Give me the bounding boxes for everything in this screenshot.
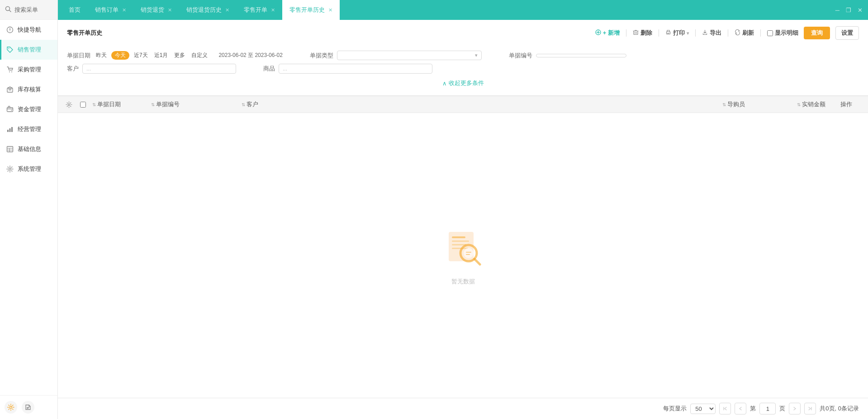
sidebar-search[interactable]: 搜索采单: [0, 0, 57, 20]
collapse-filter-btn[interactable]: ∧ 收起更多条件: [67, 77, 859, 91]
refresh-icon: [735, 29, 740, 37]
col-header-number[interactable]: ⇅ 单据编号: [148, 100, 239, 108]
col-header-amount[interactable]: ⇅ 实销金额: [774, 100, 828, 108]
export-label: 导出: [710, 29, 721, 37]
tab-sales-order-close[interactable]: ✕: [122, 7, 126, 13]
delete-icon: [633, 29, 639, 37]
sidebar-item-quick-nav[interactable]: 快捷导航: [0, 20, 57, 40]
sidebar-item-finance[interactable]: 资金管理: [0, 99, 57, 119]
tab-sales-return-history[interactable]: 销货退货历史 ✕: [179, 0, 237, 20]
sidebar-item-label: 系统管理: [18, 165, 41, 173]
sidebar-search-label: 搜索采单: [14, 6, 38, 14]
svg-point-7: [11, 71, 12, 72]
sidebar-item-operations[interactable]: 经营管理: [0, 119, 57, 139]
col-header-date[interactable]: ⇅ 单据日期: [90, 100, 148, 108]
sidebar-item-label: 经营管理: [18, 125, 41, 133]
table-header: ⇅ 单据日期 ⇅ 单据编号 ⇅ 客户 ⇅ 导购员 ⇅ 实销金额 操作: [58, 96, 868, 113]
query-btn[interactable]: 查询: [804, 27, 830, 39]
export-icon: [702, 29, 708, 37]
order-number-input[interactable]: [536, 54, 626, 57]
svg-point-23: [68, 104, 70, 105]
svg-point-30: [464, 248, 474, 258]
last-page-btn[interactable]: [804, 403, 816, 414]
col-header-action: 操作: [828, 100, 864, 108]
sidebar-item-system[interactable]: 系统管理: [0, 159, 57, 179]
per-page-select[interactable]: 50 100 200: [690, 404, 716, 414]
bottom-collapse-btn[interactable]: [22, 401, 34, 414]
tab-home[interactable]: 首页: [62, 0, 88, 20]
page-number-input[interactable]: [759, 403, 776, 414]
date-option-last7[interactable]: 近7天: [132, 51, 150, 60]
date-option-custom[interactable]: 自定义: [190, 51, 209, 60]
sidebar-bottom: [0, 395, 57, 419]
window-minimize-btn[interactable]: ─: [834, 6, 841, 14]
date-filter-group: 单据日期 昨天 今天 近7天 近1月 更多 自定义: [67, 51, 209, 60]
date-option-today[interactable]: 今天: [111, 51, 129, 60]
bottom-settings-btn[interactable]: [5, 401, 17, 414]
col-sort-icon: ⇅: [242, 102, 245, 107]
svg-point-10: [11, 110, 12, 111]
total-records-text: 共0页, 0条记录: [820, 405, 859, 413]
sidebar-item-inventory[interactable]: 库存核算: [0, 80, 57, 99]
divider4: [728, 29, 728, 37]
print-btn[interactable]: 打印 ▾: [665, 29, 689, 37]
sidebar-item-purchase-mgmt[interactable]: 采购管理: [0, 60, 57, 80]
settings-btn[interactable]: 设置: [835, 26, 859, 40]
print-dropdown-icon[interactable]: ▾: [687, 31, 689, 36]
add-btn[interactable]: + 新增: [595, 29, 620, 37]
select-all-checkbox[interactable]: [76, 102, 90, 108]
tab-sales-return-close[interactable]: ✕: [168, 7, 172, 13]
tab-retail-open[interactable]: 零售开单 ✕: [237, 0, 282, 20]
sidebar-item-basic-info[interactable]: 基础信息: [0, 139, 57, 159]
col-date-label: 单据日期: [97, 100, 121, 108]
export-btn[interactable]: 导出: [702, 29, 721, 37]
svg-rect-12: [9, 128, 11, 132]
order-number-label: 单据编号: [509, 52, 532, 60]
date-option-more[interactable]: 更多: [172, 51, 187, 60]
next-page-btn[interactable]: [789, 403, 801, 414]
compass-icon: [6, 26, 14, 34]
customer-input[interactable]: ...: [82, 64, 236, 74]
delete-label: 删除: [640, 29, 652, 37]
pagination: 每页显示 50 100 200 第 页: [58, 398, 868, 419]
prev-page-btn[interactable]: [735, 403, 746, 414]
settings-icon: [6, 165, 14, 173]
tab-sales-return[interactable]: 销货退货 ✕: [133, 0, 179, 20]
window-close-btn[interactable]: ✕: [856, 6, 864, 14]
tab-retail-history[interactable]: 零售开单历史 ✕: [282, 0, 340, 20]
refresh-btn[interactable]: 刷新: [735, 29, 754, 37]
tab-sales-return-history-close[interactable]: ✕: [225, 7, 229, 13]
col-header-customer[interactable]: ⇅ 客户: [239, 100, 720, 108]
col-action-label: 操作: [840, 100, 852, 108]
date-option-yesterday[interactable]: 昨天: [94, 51, 109, 60]
sidebar-item-sales-mgmt[interactable]: 销售管理: [0, 40, 57, 60]
column-settings-btn[interactable]: [62, 101, 76, 108]
first-page-btn[interactable]: [719, 403, 731, 414]
date-option-last-month[interactable]: 近1月: [152, 51, 170, 60]
date-range-display: 2023-06-02 至 2023-06-02: [218, 52, 282, 59]
page-title-row: 零售开单历史 + 新增: [67, 26, 859, 40]
col-customer-label: 客户: [247, 100, 258, 108]
svg-rect-21: [634, 31, 638, 35]
display-detail-checkbox[interactable]: [767, 30, 773, 36]
window-restore-btn[interactable]: ❐: [844, 6, 853, 14]
svg-line-1: [9, 10, 11, 12]
divider2: [659, 29, 659, 37]
filter-section: 单据日期 昨天 今天 近7天 近1月 更多 自定义 2023-06-02 至 2…: [67, 46, 859, 95]
tab-retail-history-close[interactable]: ✕: [328, 7, 332, 13]
display-detail-btn[interactable]: 显示明细: [767, 29, 798, 37]
select-all-input[interactable]: [80, 102, 86, 108]
order-type-dropdown[interactable]: ▾: [337, 51, 482, 60]
page-title-text: 零售开单历史: [67, 29, 102, 37]
search-icon: [5, 5, 12, 14]
svg-line-31: [474, 259, 480, 264]
tab-retail-open-label: 零售开单: [244, 6, 267, 14]
tab-sales-order[interactable]: 销售订单 ✕: [88, 0, 133, 20]
divider1: [626, 29, 626, 37]
delete-btn[interactable]: 删除: [633, 29, 652, 37]
col-header-guide[interactable]: ⇅ 导购员: [720, 100, 774, 108]
product-input[interactable]: ...: [279, 64, 432, 74]
svg-marker-3: [9, 28, 11, 30]
tab-retail-open-close[interactable]: ✕: [271, 7, 275, 13]
table-icon: [6, 145, 14, 153]
